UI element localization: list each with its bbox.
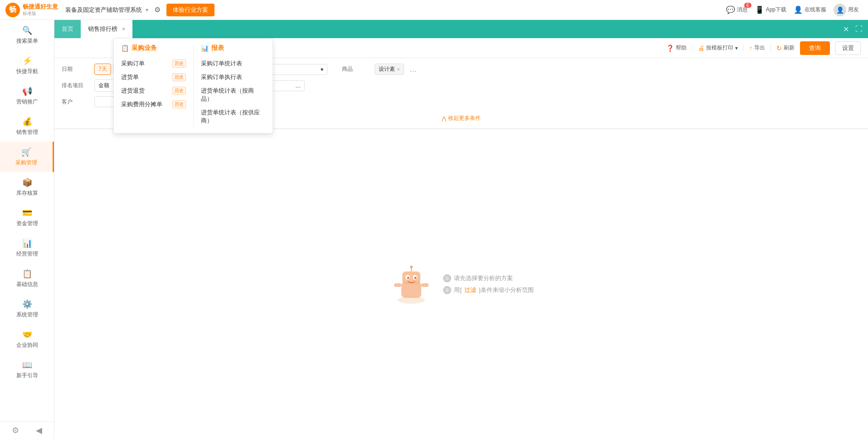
tab-sales-ranking[interactable]: 销售排行榜 × <box>81 20 132 38</box>
tab-home[interactable]: 首页 <box>54 20 81 38</box>
help-button[interactable]: ❓ 帮助 <box>666 44 687 52</box>
report-col: 📊 报表 采购订单统计表 采购订单执行表 进货单统计表（按商品） 进货单统计表（… <box>193 44 273 128</box>
dropdown-menu: 📋 采购业务 采购订单 历史 进货单 历史 进货退货 历史 <box>113 38 273 133</box>
newbie-icon: 📖 <box>22 360 32 370</box>
tab-close-window-icon[interactable]: ✕ <box>841 25 851 34</box>
logo-icon: 畅 <box>5 3 20 17</box>
purchase-order-label: 采购订单 <box>121 59 145 68</box>
bottom-collapse-icon[interactable]: ◀ <box>36 425 42 435</box>
sidebar-label-enterprise: 企业协同 <box>16 341 38 349</box>
header-right: 💬 6 消息 📱 App下载 👤 在线客服 👤 用友 <box>726 4 863 16</box>
tab-bar: 首页 销售排行榜 × ✕ ⛶ <box>54 20 868 38</box>
sidebar-item-management[interactable]: 📊 经营管理 <box>0 233 54 263</box>
settings-gear-icon[interactable]: ⚙ <box>152 5 163 15</box>
message-icon: 💬 <box>726 5 735 14</box>
goods-ellipsis-btn[interactable]: … <box>410 65 417 74</box>
report-order-exec-item[interactable]: 采购订单执行表 <box>201 70 266 84</box>
system-title: 装备及固定资产辅助管理系统 <box>65 6 142 14</box>
purchase-instock-item[interactable]: 进货单 历史 <box>121 70 186 84</box>
report-instock-goods-item[interactable]: 进货单统计表（按商品） <box>201 84 266 106</box>
report-order-stat-item[interactable]: 采购订单统计表 <box>201 57 266 70</box>
svg-point-5 <box>407 277 410 279</box>
trial-button[interactable]: 体验行业方案 <box>166 4 215 16</box>
purchase-return-hist-badge: 历史 <box>172 87 186 95</box>
sidebar-item-enterprise[interactable]: 🤝 企业协同 <box>0 324 54 355</box>
sidebar-item-search[interactable]: 🔍 搜索菜单 <box>0 20 54 50</box>
sidebar: 🔍 搜索菜单 ⚡ 快捷导航 📢 营销推广 💰 销售管理 🛒 采购管理 📦 库存核… <box>0 20 54 439</box>
empty-illustration <box>389 261 434 307</box>
report-section-header: 📊 报表 <box>201 44 266 52</box>
sidebar-item-quicknav[interactable]: ⚡ 快捷导航 <box>0 50 54 81</box>
app-download-action[interactable]: 📱 App下载 <box>755 5 786 14</box>
phone-icon: 📱 <box>755 5 764 14</box>
svg-point-6 <box>414 277 417 279</box>
sidebar-label-purchase: 采购管理 <box>15 159 37 167</box>
sidebar-item-basic-info[interactable]: 📋 基础信息 <box>0 263 54 294</box>
basic-info-icon: 📋 <box>22 269 32 279</box>
purchase-return-item[interactable]: 进货退货 历史 <box>121 84 186 98</box>
refresh-button[interactable]: ↻ 刷新 <box>776 44 795 52</box>
quick-date-7days[interactable]: 7天 <box>94 64 111 75</box>
logo-line2: 标准版 <box>23 10 58 16</box>
user-action[interactable]: 👤 用友 <box>834 4 859 16</box>
purchase-return-label: 进货退货 <box>121 87 145 95</box>
export-label: 导出 <box>754 44 765 52</box>
sidebar-label-management: 经营管理 <box>16 250 38 258</box>
refresh-icon: ↻ <box>776 44 782 52</box>
ranking-select-value: 金额 <box>98 82 109 89</box>
report-section-label: 报表 <box>211 44 224 52</box>
bottom-settings-icon[interactable]: ⚙ <box>12 425 19 435</box>
dropdown-menu-inner: 📋 采购业务 采购订单 历史 进货单 历史 进货退货 历史 <box>114 44 273 128</box>
help-label: 帮助 <box>676 44 687 52</box>
header-mid: 装备及固定资产辅助管理系统 ▾ ⚙ 体验行业方案 <box>60 4 726 16</box>
collapse-label: 收起更多条件 <box>448 114 481 122</box>
purchase-expense-label: 采购费用分摊单 <box>121 100 162 109</box>
logo-area: 畅 畅捷通好生意 标准版 <box>5 3 60 17</box>
main-layout: 🔍 搜索菜单 ⚡ 快捷导航 📢 营销推广 💰 销售管理 🛒 采购管理 📦 库存核… <box>0 20 868 439</box>
print-icon: 🖨 <box>698 44 704 52</box>
query-button[interactable]: 查询 <box>800 41 830 55</box>
report-instock-supplier-item[interactable]: 进货单统计表（按供应商） <box>201 106 266 128</box>
sidebar-item-marketing[interactable]: 📢 营销推广 <box>0 81 54 111</box>
service-label: 在线客服 <box>805 6 826 14</box>
dropdown-arrow-icon[interactable]: ▾ <box>146 7 148 13</box>
marketing-icon: 📢 <box>22 86 32 96</box>
empty-hint-1: 请先选择要分析的方案 <box>454 274 513 282</box>
print-arrow-icon[interactable]: ▾ <box>735 45 738 51</box>
content-area: 首页 销售排行榜 × ✕ ⛶ ❓ 帮助 🖨 按模板打印 ▾ <box>54 20 868 439</box>
report-order-stat-label: 采购订单统计表 <box>201 59 242 68</box>
tab-home-label: 首页 <box>62 25 73 33</box>
sidebar-item-finance[interactable]: 💳 资金管理 <box>0 202 54 233</box>
sidebar-item-purchase[interactable]: 🛒 采购管理 <box>0 142 54 172</box>
purchase-expense-item[interactable]: 采购费用分摊单 历史 <box>121 98 186 111</box>
service-icon: 👤 <box>794 5 803 14</box>
sidebar-item-newbie[interactable]: 📖 新手引导 <box>0 355 54 385</box>
purchase-section-icon: 📋 <box>121 44 129 52</box>
purchase-section-header: 📋 采购业务 <box>121 44 186 52</box>
print-button[interactable]: 🖨 按模板打印 ▾ <box>698 44 738 52</box>
svg-rect-7 <box>394 283 401 287</box>
status-select-arrow-icon: ▾ <box>321 66 323 73</box>
sidebar-item-inventory[interactable]: 📦 库存核算 <box>0 172 54 202</box>
goods-filter-label: 商品 <box>342 65 369 73</box>
settings-button[interactable]: 设置 <box>835 41 861 55</box>
purchase-order-item[interactable]: 采购订单 历史 <box>121 57 186 70</box>
purchase-icon: 🛒 <box>21 147 31 157</box>
online-service-action[interactable]: 👤 在线客服 <box>794 5 826 14</box>
purchase-section-label: 采购业务 <box>132 44 157 52</box>
divider2 <box>743 44 744 52</box>
collapse-up-icon: ⋀ <box>442 115 446 122</box>
sidebar-bottom: ⚙ ◀ <box>0 421 54 439</box>
report-order-exec-label: 采购订单执行表 <box>201 73 242 81</box>
date-filter-label: 日期 <box>62 65 89 73</box>
message-action[interactable]: 💬 6 消息 <box>726 5 748 14</box>
tab-maximize-icon[interactable]: ⛶ <box>853 25 864 33</box>
customer-filter-label: 客户 <box>62 98 89 106</box>
tab-close-icon[interactable]: × <box>122 26 125 32</box>
sidebar-item-system[interactable]: ⚙️ 系统管理 <box>0 294 54 324</box>
goods-tag-close-icon[interactable]: × <box>397 66 400 73</box>
sidebar-label-inventory: 库存核算 <box>16 189 38 197</box>
export-button[interactable]: ↑ 导出 <box>749 44 765 52</box>
sidebar-item-sales[interactable]: 💰 销售管理 <box>0 111 54 142</box>
svg-rect-1 <box>401 282 421 298</box>
